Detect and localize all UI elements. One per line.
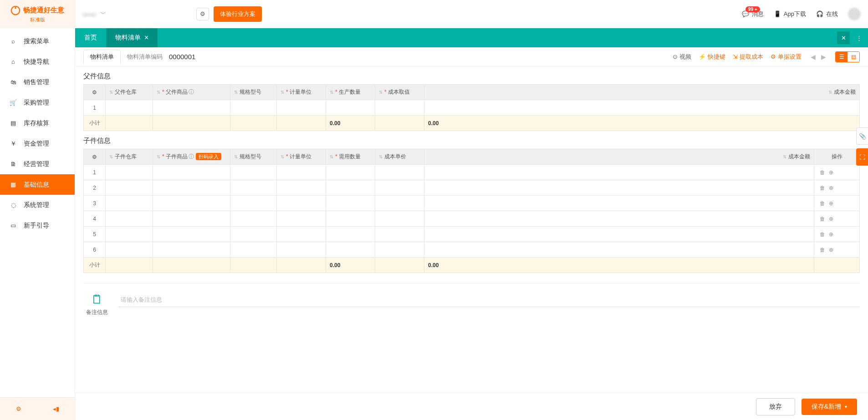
sidebar-item-fund[interactable]: ￥资金管理 <box>0 133 75 154</box>
parent-row[interactable]: 1 <box>84 100 860 116</box>
content-area: 父件信息 ⚙ ⇅父件仓库 ⇅父件商品ⓘ ⇅规格型号 ⇅计量单位 ⇅生产数量 ⇅成… <box>75 66 868 393</box>
child-row[interactable]: 2🗑⊕ <box>84 180 860 196</box>
doc-type-tab[interactable]: 物料清单 <box>83 50 121 64</box>
online-support-link[interactable]: 🎧 在线 <box>816 10 838 18</box>
view-list-button[interactable]: ▤ <box>848 52 859 62</box>
doc-icon: 🗎 <box>9 160 17 168</box>
child-row[interactable]: 1🗑⊕ <box>84 165 860 180</box>
child-row[interactable]: 3🗑⊕ <box>84 196 860 211</box>
tenant-name: —— <box>82 10 96 18</box>
tenant-settings-button[interactable]: ⚙ <box>196 8 209 20</box>
remarks-label: 备注信息 <box>86 309 108 316</box>
discard-button[interactable]: 放弃 <box>756 398 795 415</box>
delete-row-icon[interactable]: 🗑 <box>820 231 825 238</box>
trial-button[interactable]: 体验行业方案 <box>214 6 262 22</box>
sidebar-footer: ⚙ ◂▮ <box>0 397 75 420</box>
tabs-more-button[interactable]: ⋮ <box>853 31 865 44</box>
sidebar-item-quicknav[interactable]: ⌂快捷导航 <box>0 51 75 72</box>
prev-record-button[interactable]: ◀ <box>809 53 817 61</box>
home-icon: ⌂ <box>9 58 17 66</box>
extract-cost-link[interactable]: ⇲提取成本 <box>733 53 763 61</box>
messages-badge: 99 + <box>745 6 760 12</box>
footer-bar: 放弃 保存&新增 ▾ <box>75 393 868 420</box>
sidebar-item-sales[interactable]: 🛍销售管理 <box>0 72 75 92</box>
child-row[interactable]: 5🗑⊕ <box>84 227 860 242</box>
sidebar-item-operation[interactable]: 🗎经营管理 <box>0 154 75 174</box>
messages-link[interactable]: 💬 消息 99 + <box>742 10 764 18</box>
save-and-new-button[interactable]: 保存&新增 ▾ <box>802 399 857 415</box>
parent-section-title: 父件信息 <box>83 72 860 81</box>
delete-row-icon[interactable]: 🗑 <box>820 169 825 176</box>
sidebar-nav: ⌕搜索菜单 ⌂快捷导航 🛍销售管理 🛒采购管理 ▤库存核算 ￥资金管理 🗎经营管… <box>0 28 75 397</box>
parent-subtotal-row: 小计 0.00 0.00 <box>84 116 860 131</box>
child-col-price[interactable]: ⇅成本单价 <box>375 149 424 165</box>
sidebar-item-search[interactable]: ⌕搜索菜单 <box>0 31 75 51</box>
topbar: —— ﹀ ⚙ 体验行业方案 💬 消息 99 + 📱 App下载 🎧 在线 <box>75 0 868 28</box>
parent-col-warehouse[interactable]: ⇅父件仓库 <box>106 85 153 100</box>
remarks-section: 🗒 备注信息 <box>83 283 860 316</box>
parent-table: ⚙ ⇅父件仓库 ⇅父件商品ⓘ ⇅规格型号 ⇅计量单位 ⇅生产数量 ⇅成本取值 ⇅… <box>83 84 860 131</box>
tab-close-icon[interactable]: × <box>144 34 148 42</box>
shortcut-link[interactable]: ⚡快捷键 <box>699 53 725 61</box>
page-header: 物料清单 物料清单编码 0000001 ⊙视频 ⚡快捷键 ⇲提取成本 ⚙单据设置… <box>75 47 868 66</box>
bolt-icon: ⚡ <box>699 53 706 60</box>
add-row-icon[interactable]: ⊕ <box>829 200 833 207</box>
parent-col-product[interactable]: ⇅父件商品ⓘ <box>153 85 230 100</box>
sidebar-item-purchase[interactable]: 🛒采购管理 <box>0 92 75 113</box>
fullscreen-button[interactable]: ⛶ <box>856 148 868 166</box>
add-row-icon[interactable]: ⊕ <box>829 216 833 222</box>
child-row[interactable]: 4🗑⊕ <box>84 211 860 227</box>
tenant-selector[interactable]: —— ﹀ <box>82 10 192 18</box>
view-form-button[interactable]: ☰ <box>836 52 848 62</box>
child-col-amount[interactable]: ⇅成本金额 <box>424 149 814 165</box>
sidebar-item-guide[interactable]: ▭新手引导 <box>0 215 75 236</box>
parent-col-costmode[interactable]: ⇅成本取值 <box>375 85 424 100</box>
parent-col-amount[interactable]: ⇅成本金额 <box>424 85 860 100</box>
user-avatar[interactable] <box>848 8 861 20</box>
parent-col-unit[interactable]: ⇅计量单位 <box>277 85 326 100</box>
sidebar-item-baseinfo[interactable]: ▦基础信息 <box>0 174 75 195</box>
app-download-link[interactable]: 📱 App下载 <box>774 10 806 18</box>
remarks-input[interactable] <box>119 293 860 307</box>
play-icon: ⊙ <box>673 53 678 60</box>
add-row-icon[interactable]: ⊕ <box>829 247 833 253</box>
child-col-unit[interactable]: ⇅计量单位 <box>277 149 326 165</box>
next-record-button[interactable]: ▶ <box>819 53 828 61</box>
gear-outline-icon: ⚙ <box>771 53 776 60</box>
add-row-icon[interactable]: ⊕ <box>829 169 833 176</box>
child-col-spec[interactable]: ⇅规格型号 <box>230 149 277 165</box>
child-col-gear[interactable]: ⚙ <box>84 149 106 165</box>
help-icon[interactable]: ⓘ <box>189 89 194 95</box>
add-row-icon[interactable]: ⊕ <box>829 185 833 191</box>
book-icon: ▭ <box>9 222 17 230</box>
tab-home[interactable]: 首页 <box>75 28 106 47</box>
parent-col-gear[interactable]: ⚙ <box>84 85 106 100</box>
sidebar-item-system[interactable]: ◌系统管理 <box>0 195 75 215</box>
video-link[interactable]: ⊙视频 <box>673 53 691 61</box>
child-row[interactable]: 6🗑⊕ <box>84 242 860 258</box>
bag-icon: 🛒 <box>9 99 17 107</box>
delete-row-icon[interactable]: 🗑 <box>820 216 825 222</box>
help-icon[interactable]: ⓘ <box>189 153 194 160</box>
collapse-icon[interactable]: ◂▮ <box>53 405 59 412</box>
delete-row-icon[interactable]: 🗑 <box>820 247 825 253</box>
sidebar-item-inventory[interactable]: ▤库存核算 <box>0 113 75 133</box>
settings-icon[interactable]: ⚙ <box>16 405 21 412</box>
add-row-icon[interactable]: ⊕ <box>829 231 833 238</box>
parent-col-spec[interactable]: ⇅规格型号 <box>230 85 277 100</box>
chevron-down-icon: ﹀ <box>101 10 106 18</box>
child-col-qty[interactable]: ⇅需用数量 <box>326 149 375 165</box>
tab-bom[interactable]: 物料清单 × <box>106 28 158 47</box>
child-col-product[interactable]: ⇅子件商品ⓘ扫码录入 <box>153 149 230 165</box>
tabs-bar: 首页 物料清单 × ✕ ⋮ <box>75 28 868 47</box>
parent-col-qty[interactable]: ⇅生产数量 <box>326 85 375 100</box>
child-section-title: 子件信息 <box>83 137 860 145</box>
doc-settings-link[interactable]: ⚙单据设置 <box>771 53 802 61</box>
scan-input-tag[interactable]: 扫码录入 <box>196 153 221 160</box>
child-col-warehouse[interactable]: ⇅子件仓库 <box>106 149 153 165</box>
attachment-button[interactable]: 📎 <box>856 127 868 145</box>
tabs-close-all-button[interactable]: ✕ <box>837 31 850 44</box>
delete-row-icon[interactable]: 🗑 <box>820 185 825 191</box>
delete-row-icon[interactable]: 🗑 <box>820 200 825 207</box>
view-toggle: ☰ ▤ <box>835 51 860 62</box>
